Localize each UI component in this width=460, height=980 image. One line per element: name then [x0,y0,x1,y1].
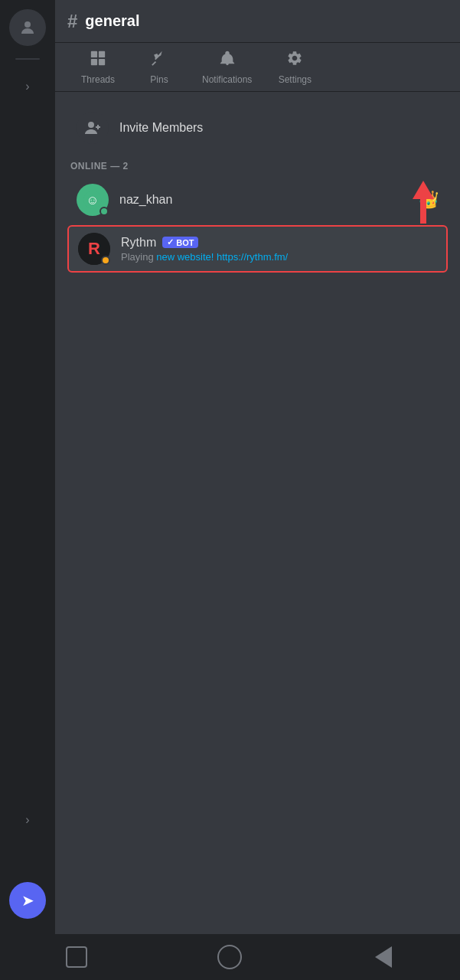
rythm-status-highlight: new website! https://rythm.fm/ [156,251,288,263]
sidebar: › › [0,0,55,980]
toolbar-notifications[interactable]: Notifications [190,44,264,91]
sidebar-user-icon[interactable] [9,9,46,46]
channel-name: general [85,12,139,30]
rythm-status-prefix: Playing [121,251,156,263]
back-icon [375,946,392,968]
rythm-info: Rythm ✓ BOT Playing new website! https:/… [121,236,437,263]
sidebar-divider [15,58,40,60]
member-row-naz-khan[interactable]: ☺ naz_khan 👑 [67,178,448,222]
member-row-rythm[interactable]: R Rythm ✓ BOT Playing new website! https… [67,225,448,273]
nav-stop-button[interactable] [63,943,90,971]
notifications-icon [219,50,236,71]
naz-khan-status-dot [100,207,109,216]
settings-icon [286,50,303,71]
svg-rect-4 [99,58,105,64]
threads-icon [90,50,106,71]
svg-point-6 [88,122,94,128]
svg-line-5 [152,61,156,65]
naz-khan-avatar-wrapper: ☺ [77,184,109,216]
svg-point-0 [24,21,31,28]
toolbar-settings[interactable]: Settings [264,44,325,91]
naz-khan-name: naz_khan [119,193,418,207]
stop-icon [66,946,87,968]
send-fab[interactable]: ➤ [9,882,46,919]
sidebar-arrow-1[interactable]: › [25,80,29,93]
svg-text:R: R [88,239,100,258]
bot-badge-text: BOT [176,238,194,247]
channel-hash-icon: # [67,11,77,32]
invite-members-row[interactable]: Invite Members [67,104,448,152]
rythm-name-row: Rythm ✓ BOT [121,236,437,250]
send-icon: ➤ [21,891,34,910]
channel-header: # general [55,0,460,43]
pins-icon [151,50,168,71]
red-arrow-annotation [413,181,434,224]
nav-home-button[interactable] [216,943,243,971]
invite-icon [77,112,109,144]
svg-rect-2 [99,51,105,57]
toolbar-threads[interactable]: Threads [67,44,129,91]
online-section-header: ONLINE — 2 [67,161,448,172]
rythm-bot-badge: ✓ BOT [162,237,198,248]
svg-rect-3 [91,58,97,64]
bottom-nav [0,934,460,980]
svg-rect-1 [91,51,97,57]
svg-text:☺: ☺ [86,193,100,207]
members-section: Invite Members ONLINE — 2 ☺ naz_khan 👑 [55,92,460,980]
naz-khan-info: naz_khan [119,193,418,207]
nav-back-button[interactable] [370,943,397,971]
arrow-head [413,181,434,199]
pins-label: Pins [150,74,168,85]
toolbar-pins[interactable]: Pins [129,44,190,91]
main-content: # general Threads Pins [55,0,460,980]
notifications-label: Notifications [202,74,252,85]
rythm-name: Rythm [121,236,156,250]
arrow-shaft [420,199,426,224]
home-icon [217,945,242,969]
rythm-avatar-wrapper: R [78,233,110,265]
settings-label: Settings [279,74,312,85]
bot-checkmark: ✓ [167,237,174,247]
channel-toolbar: Threads Pins Notifications [55,43,460,92]
sidebar-arrow-2[interactable]: › [25,813,29,827]
rythm-status: Playing new website! https://rythm.fm/ [121,251,437,263]
rythm-status-dot [101,256,110,265]
invite-label: Invite Members [119,121,203,135]
threads-label: Threads [81,74,115,85]
